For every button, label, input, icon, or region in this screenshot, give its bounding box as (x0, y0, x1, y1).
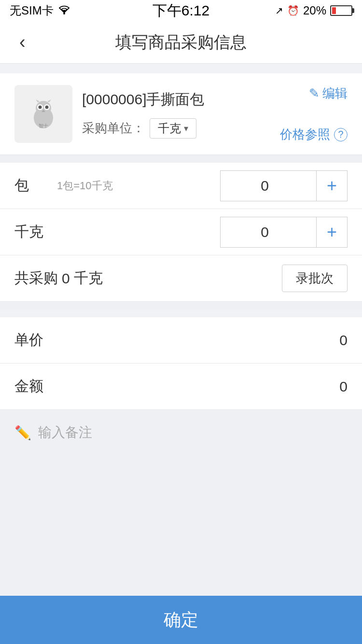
svg-point-7 (45, 106, 49, 109)
summary-prefix: 共采购 (14, 268, 58, 288)
battery-icon (330, 5, 352, 16)
unit-price-row: 单价 0 (0, 317, 362, 364)
price-ref-help-icon: ? (334, 128, 348, 141)
product-card: 智十 [0000006]手撕面包 采购单位： 千克 ▾ ✎ 编辑 价格参照 (0, 73, 362, 155)
carrier-label: 无SIM卡 (10, 3, 54, 18)
pencil-icon: ✏️ (14, 425, 31, 441)
svg-text:智十: 智十 (39, 123, 48, 128)
unit-dropdown[interactable]: 千克 ▾ (150, 118, 196, 139)
bao-input[interactable] (220, 170, 317, 201)
kg-label: 千克 (14, 222, 53, 242)
bao-sublabel: 1包=10千克 (57, 179, 113, 193)
amount-label: 金额 (14, 377, 43, 396)
summary-unit: 千克 (74, 268, 103, 288)
bao-input-group: + (220, 170, 348, 201)
edit-icon: ✎ (309, 86, 320, 101)
price-section: 单价 0 金额 0 (0, 317, 362, 410)
kg-input-group: + (220, 217, 348, 248)
product-logo: 智十 (24, 95, 63, 133)
empty-area (0, 455, 362, 600)
amount-value: 0 (339, 378, 348, 395)
bao-plus-button[interactable]: + (317, 170, 348, 201)
signal-arrow-icon: ↗ (275, 5, 283, 16)
unit-price-label: 单价 (14, 330, 43, 350)
kg-input[interactable] (220, 217, 317, 248)
note-section[interactable]: ✏️ 输入备注 (0, 410, 362, 455)
edit-button[interactable]: ✎ 编辑 (309, 85, 348, 102)
price-ref-button[interactable]: 价格参照 ? (280, 126, 348, 143)
unit-price-value: 0 (339, 332, 348, 349)
amount-row: 金额 0 (0, 364, 362, 410)
status-bar-time: 下午6:12 (153, 1, 209, 21)
svg-point-6 (39, 106, 42, 109)
summary-value: 0 (62, 270, 70, 287)
bao-label: 包 (14, 176, 53, 196)
alarm-icon: ⏰ (287, 5, 299, 16)
summary-row: 共采购 0 千克 录批次 (0, 255, 362, 302)
product-image: 智十 (14, 85, 72, 143)
section-divider-1 (0, 155, 362, 163)
confirm-button[interactable]: 确定 (0, 596, 362, 644)
page-title: 填写商品采购信息 (115, 31, 247, 54)
wifi-icon (57, 4, 71, 17)
edit-label: 编辑 (322, 85, 348, 102)
kg-row: 千克 + (0, 209, 362, 255)
bao-row: 包 1包=10千克 + (0, 163, 362, 209)
back-button[interactable]: ‹ (14, 27, 30, 57)
quantity-section: 包 1包=10千克 + 千克 + (0, 163, 362, 255)
battery-pct: 20% (303, 4, 326, 17)
unit-value: 千克 (158, 121, 181, 136)
kg-plus-button[interactable]: + (317, 217, 348, 248)
nav-bar: ‹ 填写商品采购信息 (0, 21, 362, 64)
section-divider-2 (0, 302, 362, 309)
status-bar: 无SIM卡 下午6:12 ↗ ⏰ 20% (0, 0, 362, 21)
product-name: [0000006]手撕面包 (82, 90, 348, 110)
status-bar-right: ↗ ⏰ 20% (275, 4, 352, 17)
status-bar-left: 无SIM卡 (10, 3, 71, 18)
record-batch-button[interactable]: 录批次 (282, 265, 348, 292)
svg-point-0 (63, 13, 65, 14)
dropdown-arrow-icon: ▾ (184, 123, 188, 134)
unit-label: 采购单位： (82, 120, 145, 137)
price-ref-label: 价格参照 (280, 126, 330, 143)
note-placeholder: 输入备注 (38, 423, 92, 442)
